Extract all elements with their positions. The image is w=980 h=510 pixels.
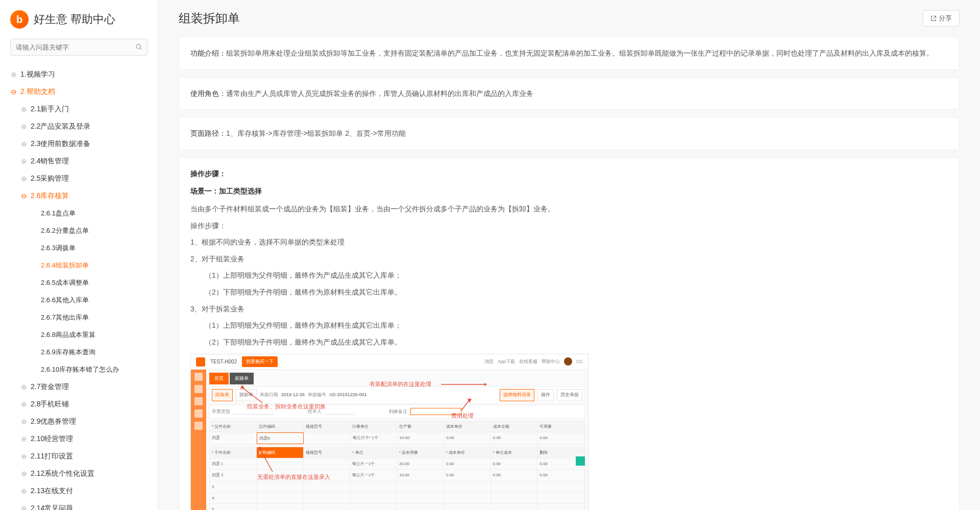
shot-service: 在线客服 xyxy=(519,357,537,366)
path-card: 页面路径：1、库存核算->库存管理->组装拆卸单 2、首页->常用功能 xyxy=(179,117,960,150)
svg-line-6 xyxy=(461,400,469,410)
shot-side-icon xyxy=(194,397,203,405)
shot-app: App下载 xyxy=(498,357,515,366)
nav-2-9[interactable]: ⊕2.9优惠券管理 xyxy=(10,413,148,430)
shot-type-label: 开票类型 xyxy=(212,407,230,416)
shot-tab-new: 新建单 xyxy=(230,373,254,384)
nav-2-6-3[interactable]: 2.6.3调拨单 xyxy=(10,239,148,257)
nav-2-6-4[interactable]: 2.6.4组装拆卸单 xyxy=(10,257,148,274)
step3: 3、对于拆装业务 xyxy=(190,302,948,316)
steps-title: 操作步骤： xyxy=(190,167,948,181)
nav-2-6[interactable]: ⊖2.6库存核算 xyxy=(10,187,148,205)
step3-2: （2）下部明细为子件明细，最终作为产成品生成其它入库单。 xyxy=(190,335,948,349)
svg-marker-9 xyxy=(258,446,262,450)
shot-test-label: TEST-H002 xyxy=(210,357,237,367)
page-title: 组装拆卸单 xyxy=(179,10,240,27)
svg-marker-3 xyxy=(484,383,487,386)
nav-2-6-7[interactable]: 2.6.7其他出库单 xyxy=(10,309,148,326)
step2: 2、对于组装业务 xyxy=(190,252,948,266)
shot-remark-label: 到账备注 xyxy=(389,407,407,416)
shot-float-icon xyxy=(576,456,585,466)
steps-card: 操作步骤： 场景一：加工类型选择 当由多个子件材料组装成一个成品的业务为【组装】… xyxy=(179,157,960,510)
arrow-icon xyxy=(239,385,265,403)
shot-btn-assemble: 组装单 xyxy=(212,389,233,401)
role-label: 使用角色： xyxy=(190,89,226,98)
shot-buy-button: 我要购买一下 xyxy=(242,356,278,367)
nav-2-6-5[interactable]: 2.6.5成本调整单 xyxy=(10,274,148,292)
plus-icon: ⊕ xyxy=(20,175,28,182)
shot-btn-bom: 选择物料清单 xyxy=(500,389,534,401)
search-icon[interactable] xyxy=(135,43,142,52)
shot-msg: 消息 xyxy=(484,357,494,366)
arrow-icon xyxy=(441,382,487,387)
nav-2-1[interactable]: ⊕2.1新手入门 xyxy=(10,101,148,118)
nav-2-13[interactable]: ⊕2.13在线支付 xyxy=(10,482,148,500)
svg-line-8 xyxy=(260,449,273,472)
shot-date-val: 2019-12-26 xyxy=(281,391,305,399)
nav-2-7[interactable]: ⊕2.7资金管理 xyxy=(10,378,148,396)
arrow-icon xyxy=(257,446,278,472)
nav-2-6-8[interactable]: 2.6.8商品成本重算 xyxy=(10,326,148,344)
search-input[interactable] xyxy=(10,39,148,56)
plus-icon: ⊕ xyxy=(20,453,28,460)
plus-icon: ⊕ xyxy=(20,140,28,148)
step2-1: （1）上部明细为父件明细，最终作为产成品生成其它入库单； xyxy=(190,269,948,282)
step1: 1、根据不同的业务，选择不同单据的类型来处理 xyxy=(190,235,948,249)
nav-video[interactable]: ⊕1.视频学习 xyxy=(10,66,148,83)
search-box xyxy=(10,39,148,56)
scene1-title: 场景一：加工类型选择 xyxy=(190,184,948,198)
intro-card: 功能介绍：组装拆卸单用来处理企业组装或拆卸等加工业务，支持有固定装配清单的产品加… xyxy=(179,37,960,70)
path-label: 页面路径： xyxy=(190,129,226,137)
step3-1: （1）上部明细为父件明细，最终作为原材料生成其它出库单； xyxy=(190,319,948,332)
arrow-icon xyxy=(456,398,472,410)
nav-2-8[interactable]: ⊕2.8手机旺铺 xyxy=(10,396,148,413)
shot-tab-home: 首页 xyxy=(209,373,229,384)
shot-side-icon xyxy=(194,409,203,418)
nav-2-6-2[interactable]: 2.6.2分量盘点单 xyxy=(10,222,148,239)
nav-docs[interactable]: ⊖2.帮助文档 xyxy=(10,83,148,101)
nav-2-5[interactable]: ⊕2.5采购管理 xyxy=(10,170,148,187)
svg-line-1 xyxy=(140,48,142,50)
share-button[interactable]: 分享 xyxy=(923,10,960,27)
shot-side-icon xyxy=(194,385,203,393)
logo-text: 好生意 帮助中心 xyxy=(34,12,115,27)
role-card: 使用角色：通常由生产人员或库管人员完成拆装业务的操作，库管人员确认原材料的出库和… xyxy=(179,77,960,110)
nav-2-6-6[interactable]: 2.6.6其他入库单 xyxy=(10,292,148,309)
shot-sidebar xyxy=(191,370,206,510)
nav-2-11[interactable]: ⊕2.11打印设置 xyxy=(10,448,148,465)
role-text: 通常由生产人员或库管人员完成拆装业务的操作，库管人员确认原材料的出库和产成品的入… xyxy=(226,89,533,98)
main-content: 组装拆卸单 分享 功能介绍：组装拆卸单用来处理企业组装或拆卸等加工业务，支持有固… xyxy=(158,0,980,510)
page-header: 组装拆卸单 分享 xyxy=(179,10,960,27)
nav-2-6-10[interactable]: 2.6.10库存账本错了怎么办 xyxy=(10,361,148,378)
plus-icon: ⊕ xyxy=(10,71,17,78)
nav-2-6-1[interactable]: 2.6.1盘点单 xyxy=(10,205,148,222)
embedded-screenshot: TEST-H002 我要购买一下 消息 App下载 在线客服 帮助中心 CC xyxy=(190,354,589,510)
nav-2-2[interactable]: ⊕2.2产品安装及登录 xyxy=(10,118,148,135)
svg-marker-5 xyxy=(240,385,244,389)
shot-side-icon xyxy=(194,422,203,430)
path-text: 1、库存核算->库存管理->组装拆卸单 2、首页->常用功能 xyxy=(226,129,406,137)
nav-2-3[interactable]: ⊕2.3使用前数据准备 xyxy=(10,135,148,153)
shot-btn-hist: 历史单据 xyxy=(557,389,582,401)
nav-2-4[interactable]: ⊕2.4销售管理 xyxy=(10,153,148,170)
nav-2-6-9[interactable]: 2.6.9库存账本查询 xyxy=(10,344,148,361)
plus-icon: ⊕ xyxy=(20,106,28,113)
intro-label: 功能介绍： xyxy=(190,49,226,57)
nav-2-14[interactable]: ⊕2.14常见问题 xyxy=(10,500,148,510)
plus-icon: ⊕ xyxy=(20,401,28,408)
svg-marker-7 xyxy=(468,399,472,403)
shot-avatar-icon xyxy=(564,357,572,366)
shot-user: CC xyxy=(576,357,583,366)
scene1-desc: 当由多个子件材料组装成一个成品的业务为【组装】业务，当由一个父件拆分成多个子产品… xyxy=(190,202,948,216)
shot-parent-table: * 父件名称父件编码规格型号计量单位生产量成本单价成本金额可用量 鸡蛋鸡蛋B每公… xyxy=(209,421,585,445)
nav-list: ⊕1.视频学习 ⊖2.帮助文档 ⊕2.1新手入门 ⊕2.2产品安装及登录 ⊕2.… xyxy=(10,66,148,510)
nav-2-12[interactable]: ⊕2.12系统个性化设置 xyxy=(10,465,148,482)
share-icon xyxy=(930,15,937,21)
shot-btn-op: 操作 xyxy=(537,389,554,401)
plus-icon: ⊕ xyxy=(20,123,28,130)
annotation-4: 无需处清单的直接在这里录入 xyxy=(257,472,330,482)
minus-icon: ⊖ xyxy=(10,88,17,95)
steps-sub: 操作步骤： xyxy=(190,219,948,233)
nav-2-10[interactable]: ⊕2.10经营管理 xyxy=(10,430,148,448)
logo: b 好生意 帮助中心 xyxy=(10,10,148,29)
